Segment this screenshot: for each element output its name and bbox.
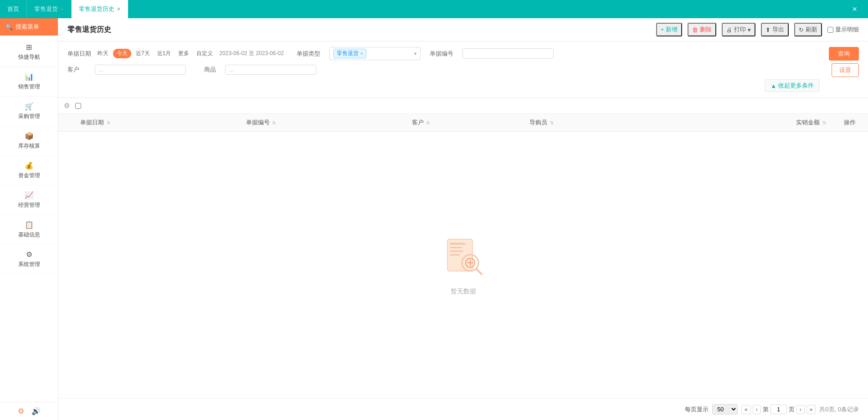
date-btn-custom[interactable]: 自定义 [194,49,216,58]
th-date: 单据日期 ⇅ [75,114,241,132]
delete-button[interactable]: 🗑 删除 [688,23,716,36]
tab-retail-return-history-close[interactable]: × [117,6,120,12]
setting-button[interactable]: 设置 [832,63,859,77]
date-filter-buttons: 昨天 今天 近7天 近1月 更多 自定义 2023-06-02 至 2023-0… [95,49,284,58]
th-amount: 实销金额 ⇅ [666,114,832,132]
filter-area: 单据日期 昨天 今天 近7天 近1月 更多 自定义 2023-06-02 至 2… [58,41,868,98]
goods-filter-input[interactable]: ... [225,65,316,75]
top-bar-right: × [841,5,868,14]
filter-right: 查询 设置 [829,47,859,77]
date-btn-last1month[interactable]: 近1月 [154,49,174,58]
display-detail-checkbox[interactable] [827,27,833,33]
print-button[interactable]: 🖨 打印 ▾ [722,23,755,36]
header-actions: + 新增 🗑 删除 🖨 打印 ▾ ⬆ 导出 ↻ 刷新 [656,23,859,36]
svg-rect-2 [450,247,462,248]
svg-line-6 [476,269,482,274]
sort-customer-icon[interactable]: ⇅ [426,120,430,125]
nav-first-button[interactable]: « [741,405,751,414]
sort-date-icon[interactable]: ⇅ [107,120,110,125]
export-button[interactable]: ⬆ 导出 [761,23,789,36]
tab-retail-return-history[interactable]: 零售退货历史 × [72,0,128,18]
nav-prev-button[interactable]: ‹ [753,405,761,414]
date-filter-label: 单据日期 [67,50,95,58]
select-all-checkbox[interactable] [75,103,81,109]
window-close-button[interactable]: × [848,5,861,14]
table-settings-icon[interactable]: ⚙ [64,102,70,110]
content-area: 零售退货历史 + 新增 🗑 删除 🖨 打印 ▾ ⬆ 导出 ↻ [58,18,868,420]
sales-icon: 📊 [25,72,34,81]
display-detail-toggle[interactable]: 显示明细 [827,26,859,34]
main-filter: 单据日期 昨天 今天 近7天 近1月 更多 自定义 2023-06-02 至 2… [67,47,859,92]
date-btn-today[interactable]: 今天 [113,49,131,58]
sidebar-item-label: 库存核算 [18,142,40,150]
sidebar-item-label: 销售管理 [18,83,40,91]
filter-row-1: 单据日期 昨天 今天 近7天 近1月 更多 自定义 2023-06-02 至 2… [67,47,820,60]
refresh-icon: ↻ [799,26,804,33]
per-page-select[interactable]: 50 10 20 100 [712,404,738,415]
type-filter-tag: 零售退货 × [334,49,366,58]
sidebar-item-sales[interactable]: 📊 销售管理 [0,67,58,97]
number-filter-input[interactable] [462,48,554,59]
nav-next-button[interactable]: › [796,405,805,414]
date-btn-last7[interactable]: 近7天 [133,49,153,58]
refresh-button[interactable]: ↻ 刷新 [794,23,822,36]
sidebar-item-inventory[interactable]: 📦 库存核算 [0,126,58,156]
sidebar-item-system[interactable]: ⚙ 系统管理 [0,245,58,274]
type-filter-tag-remove[interactable]: × [360,51,363,56]
svg-rect-1 [450,243,466,245]
sidebar-item-label: 系统管理 [18,261,40,268]
filter-row-2: 客户 ... 商品 ... [67,65,820,75]
sidebar-item-operation[interactable]: 📈 经营管理 [0,185,58,215]
date-btn-yesterday[interactable]: 昨天 [95,49,111,58]
sidebar-item-finance[interactable]: 💰 资金管理 [0,156,58,185]
customer-filter-input[interactable]: ... [95,65,186,75]
query-button[interactable]: 查询 [829,47,859,61]
quick-nav-icon: ⊞ [26,43,32,51]
per-page-label: 每页显示 [685,405,709,414]
svg-rect-3 [450,251,463,252]
sort-amount-icon[interactable]: ⇅ [822,120,826,125]
th-guide: 导购员 ⇅ [524,114,666,132]
page-label: 第 [763,405,769,414]
tab-home[interactable]: 首页 [0,0,27,18]
top-bar: 首页 零售退货 × 零售退货历史 × × [0,0,868,18]
page-number-input[interactable] [770,405,787,414]
nav-last-button[interactable]: » [806,405,816,414]
table-area: ⚙ 单据日期 ⇅ 单据编号 ⇅ [58,98,868,398]
filter-rows-wrap: 单据日期 昨天 今天 近7天 近1月 更多 自定义 2023-06-02 至 2… [67,47,820,92]
print-icon: 🖨 [726,26,732,33]
operation-icon: 📈 [25,191,34,200]
sidebar-item-label: 资金管理 [18,172,40,179]
type-filter-tag-value: 零售退货 [337,50,359,57]
sidebar-item-label: 基础信息 [18,231,40,239]
type-filter-selector[interactable]: 零售退货 × ▾ [329,47,421,60]
basic-info-icon: 📋 [25,220,34,229]
search-icon: 🔍 [5,24,13,31]
sidebar-nav: ⊞ 快捷导航 📊 销售管理 🛒 采购管理 📦 库存核算 💰 资金管理 📈 [0,36,58,402]
sidebar-search-label: 搜索菜单 [15,23,39,31]
tab-retail-return[interactable]: 零售退货 × [27,0,72,18]
th-checkbox [58,114,75,132]
sidebar-item-quick-nav[interactable]: ⊞ 快捷导航 [0,37,58,67]
page-nav: « ‹ 第 页 › » [741,405,816,414]
svg-rect-4 [450,254,460,256]
tab-home-label: 首页 [7,5,19,13]
goods-filter-label: 商品 [204,66,216,74]
sidebar: 🔍 搜索菜单 ⊞ 快捷导航 📊 销售管理 🛒 采购管理 📦 库存核算 💰 [0,18,58,420]
sidebar-item-purchase[interactable]: 🛒 采购管理 [0,97,58,126]
sidebar-search[interactable]: 🔍 搜索菜单 [0,18,58,36]
sidebar-item-label: 经营管理 [18,201,40,209]
purchase-icon: 🛒 [25,102,34,111]
delete-icon: 🗑 [692,26,698,33]
new-button[interactable]: + 新增 [656,23,682,36]
sidebar-item-basic-info[interactable]: 📋 基础信息 [0,215,58,245]
collapse-row: ▲ 收起更多条件 [67,79,820,92]
date-btn-more[interactable]: 更多 [175,49,192,58]
collapse-button[interactable]: ▲ 收起更多条件 [765,79,820,92]
sort-guide-icon[interactable]: ⇅ [550,120,554,125]
tab-retail-return-close[interactable]: × [61,6,64,12]
volume-button[interactable]: 🔊 [31,407,41,415]
type-filter-label: 单据类型 [297,50,320,58]
settings-button[interactable]: ⚙ [18,407,24,415]
sort-number-icon[interactable]: ⇅ [272,120,276,125]
